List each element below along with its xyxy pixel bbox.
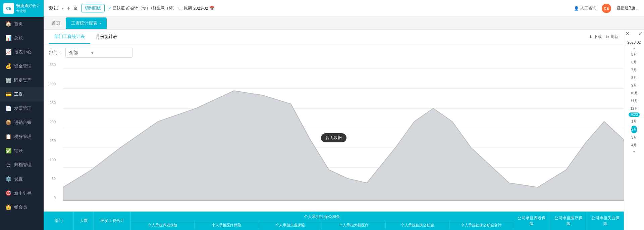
topbar-dropdown-arrow[interactable]: ▾	[62, 6, 64, 11]
y-axis-label: 300	[50, 82, 56, 86]
sidebar-item-assets[interactable]: 🏢固定资产	[0, 73, 44, 87]
y-axis-label: 50	[52, 177, 56, 181]
y-axis-label: 150	[50, 139, 56, 143]
y-axis-label: 250	[50, 101, 56, 105]
service-label: 人工咨询	[580, 5, 596, 11]
sidebar-item-archive[interactable]: 🗂归档管理	[0, 158, 44, 172]
topbar-status: ✓ 已认证 好会计（专）+好生意（标）+... 账期 2023-02 📅	[108, 5, 214, 11]
tab-salary-report[interactable]: 工资统计报表 ×	[66, 17, 107, 29]
home-icon: 🏠	[5, 21, 11, 27]
topbar-settings-btn[interactable]: ⚙	[73, 6, 78, 11]
sidebar-item-label-salary: 工资	[14, 91, 23, 97]
content: 部门工资统计表 月份统计表 ⬇ 下载 ↻ 刷新 部门：	[44, 30, 644, 230]
month-item-5月[interactable]: 5月	[630, 51, 638, 58]
sidebar-item-reports[interactable]: 📈报表中心	[0, 45, 44, 59]
subtab-monthly[interactable]: 月份统计表	[90, 30, 123, 44]
department-select[interactable]: 全部 ▾	[65, 48, 132, 58]
right-panel-expand-btn[interactable]: ⤢	[639, 31, 643, 36]
footer-col-company-medical: 公司承担医疗保险	[550, 212, 587, 230]
month-item-12月[interactable]: 12月	[630, 105, 638, 112]
main-area: 测试 ▾ + ⚙ 切到旧版 ✓ 已认证 好会计（专）+好生意（标）+... 账期…	[44, 0, 644, 230]
tab-close-btn[interactable]: ×	[99, 21, 101, 25]
subtabs-left: 部门工资统计表 月份统计表	[49, 30, 123, 44]
footer-col-count: 人数	[74, 212, 94, 230]
year-2023-badge[interactable]: 2023	[629, 112, 639, 117]
user-avatar: CE	[602, 4, 611, 13]
month-item-9月[interactable]: 9月	[630, 82, 638, 89]
y-axis-label: 350	[50, 63, 56, 67]
reports-icon: 📈	[5, 49, 11, 55]
topbar-add-btn[interactable]: +	[67, 5, 70, 11]
table-footer: 部门 人数 应发工资合计 个人承担社保公积金 个人承担养老保险 个人承担医疗保险…	[44, 212, 624, 230]
right-panel: ✕ ⤢ 2023.02 ▲ 5月6月7月8月9月10月11月12月 2023 1…	[624, 30, 644, 230]
subtab-department[interactable]: 部门工资统计表	[49, 30, 90, 44]
assets-icon: 🏢	[5, 77, 11, 83]
refresh-btn[interactable]: ↻ 刷新	[606, 34, 619, 40]
calendar-icon[interactable]: 📅	[209, 6, 214, 11]
month-item-4月[interactable]: 4月	[629, 141, 640, 149]
sidebar-item-label-home: 首页	[14, 21, 23, 27]
content-panel: 部门工资统计表 月份统计表 ⬇ 下载 ↻ 刷新 部门：	[44, 30, 624, 230]
sidebar-item-member[interactable]: 👑畅会员	[0, 200, 44, 214]
sidebar-item-home[interactable]: 🏠首页	[0, 17, 44, 31]
year-nav: ▲ 5月6月7月8月9月10月11月12月 2023 1月2月3月4月 ▼	[624, 46, 644, 154]
sidebar: CE 畅捷通好会计 专业版 🏠首页📊总账📈报表中心💰资金管理🏢固定资产💳工资📄发…	[0, 0, 44, 230]
sidebar-item-label-ledger: 总账	[14, 35, 23, 41]
sidebar-item-label-tax: 税务管理	[14, 134, 32, 140]
sidebar-item-label-purchases: 进销台账	[14, 120, 32, 126]
footer-group-personal: 个人承担社保公积金 个人承担养老保险 个人承担医疗保险 个人承担失业保险 个人承…	[131, 213, 513, 229]
purchases-icon: 📦	[5, 120, 11, 126]
sidebar-item-label-settings: 设置	[14, 176, 23, 182]
month-item-10月[interactable]: 10月	[630, 89, 638, 97]
year-down-btn[interactable]: ▼	[632, 149, 637, 154]
footer-group-personal-header: 个人承担社保公积金	[131, 213, 513, 221]
salary-icon: 💳	[5, 91, 11, 97]
archive-icon: 🗂	[5, 162, 11, 168]
accounting-type: 好会计（专）+好生意（标）+...	[126, 5, 182, 11]
sidebar-item-label-member: 畅会员	[14, 204, 27, 210]
sidebar-item-settle[interactable]: ✅结账	[0, 144, 44, 158]
service-btn[interactable]: 👤 人工咨询	[574, 5, 596, 11]
download-btn[interactable]: ⬇ 下载	[589, 34, 602, 40]
month-item-8月[interactable]: 8月	[630, 74, 638, 82]
filter-label: 部门：	[49, 50, 62, 56]
download-icon: ⬇	[589, 35, 592, 39]
tab-home[interactable]: 首页	[46, 17, 66, 29]
member-icon: 👑	[5, 204, 11, 210]
footer-col-housing-fund: 个人承担住房公积金	[386, 221, 449, 229]
month-item-2月[interactable]: 2月	[631, 126, 637, 133]
guide-icon: 🎯	[5, 190, 11, 196]
tab-salary-report-label: 工资统计报表	[71, 20, 97, 26]
sidebar-item-tax[interactable]: 📋税务管理	[0, 130, 44, 144]
username[interactable]: 轻捷通B旗...	[616, 5, 639, 11]
sidebar-item-purchases[interactable]: 📦进销台账	[0, 116, 44, 130]
sidebar-item-invoices[interactable]: 📄发票管理	[0, 101, 44, 116]
month-item-3月[interactable]: 3月	[629, 134, 640, 141]
sidebar-item-guide[interactable]: 🎯新手引导	[0, 186, 44, 200]
certified-label: 已认证	[113, 5, 125, 11]
footer-col-social-total: 个人承担社保公积金合计	[449, 221, 513, 229]
year-up-btn[interactable]: ▲	[632, 46, 637, 51]
footer-col-pension: 个人承担养老保险	[131, 221, 195, 229]
month-item-6月[interactable]: 6月	[630, 58, 638, 66]
sidebar-item-ledger[interactable]: 📊总账	[0, 31, 44, 45]
invoices-icon: 📄	[5, 105, 11, 111]
sidebar-item-label-assets: 固定资产	[14, 77, 32, 83]
refresh-label: 刷新	[610, 34, 619, 40]
refresh-icon: ↻	[606, 35, 609, 39]
service-icon: 👤	[574, 6, 579, 11]
y-axis-label: 0	[54, 196, 56, 200]
topbar-title: 测试	[49, 5, 58, 11]
switch-old-btn[interactable]: 切到旧版	[81, 4, 105, 12]
ledger-icon: 📊	[5, 35, 11, 41]
month-item-11月[interactable]: 11月	[630, 97, 638, 105]
footer-col-total-salary: 应发工资合计	[94, 212, 131, 230]
sidebar-item-label-invoices: 发票管理	[14, 105, 32, 111]
sidebar-item-settings[interactable]: ⚙️设置	[0, 172, 44, 186]
right-panel-close-btn[interactable]: ✕	[626, 31, 630, 36]
sidebar-item-salary[interactable]: 💳工资	[0, 87, 44, 101]
month-item-7月[interactable]: 7月	[630, 66, 638, 74]
month-item-1月[interactable]: 1月	[629, 118, 640, 125]
sidebar-item-funds[interactable]: 💰资金管理	[0, 59, 44, 73]
filter-row: 部门： 全部 ▾	[44, 44, 624, 61]
